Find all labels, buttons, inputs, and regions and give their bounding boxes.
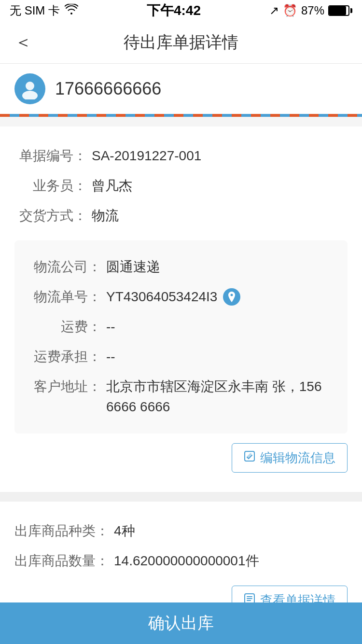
- status-bar: 无 SIM 卡 下午4:42 ↗ ⏰ 87%: [0, 0, 362, 21]
- tracking-number-label: 物流单号：: [29, 287, 106, 307]
- svg-point-2: [231, 294, 233, 296]
- freight-row: 运费： --: [29, 312, 333, 342]
- product-quantity-row: 出库商品数量： 14.620000000000001件: [14, 546, 348, 576]
- back-button[interactable]: ＜: [14, 30, 32, 54]
- battery-percent: 87%: [301, 4, 324, 17]
- document-number-value: SA-20191227-001: [92, 146, 348, 166]
- freight-bearer-value: --: [106, 347, 333, 367]
- logistics-company-value: 圆通速递: [106, 257, 333, 277]
- freight-bearer-row: 运费承担： --: [29, 342, 333, 372]
- address-row: 客户地址： 北京市市辖区海淀区永丰南 张，156 6666 6666: [29, 372, 333, 422]
- svg-point-1: [22, 91, 38, 99]
- battery-icon: [328, 5, 352, 16]
- address-value: 北京市市辖区海淀区永丰南 张，156 6666 6666: [106, 377, 333, 417]
- avatar: [14, 73, 45, 104]
- user-phone: 17666666666: [55, 79, 161, 99]
- tracking-number-row: 物流单号： YT43064053424I3: [29, 282, 333, 312]
- logistics-card: 物流公司： 圆通速递 物流单号： YT43064053424I3 运费： -- …: [14, 240, 348, 434]
- tracking-number-value: YT43064053424I3: [106, 287, 333, 307]
- edit-icon: [244, 450, 255, 465]
- user-header: 17666666666: [0, 64, 362, 114]
- freight-bearer-label: 运费承担：: [29, 347, 106, 367]
- carrier-label: 无 SIM 卡: [10, 3, 60, 18]
- logistics-company-label: 物流公司：: [29, 257, 106, 277]
- freight-value: --: [106, 317, 333, 337]
- edit-logistics-label: 编辑物流信息: [260, 449, 335, 466]
- delivery-method-row: 交货方式： 物流: [14, 201, 348, 231]
- status-right: ↗ ⏰ 87%: [269, 4, 352, 17]
- status-time: 下午4:42: [147, 1, 201, 20]
- product-quantity-value: 14.620000000000001件: [114, 551, 348, 571]
- sales-person-row: 业务员： 曾凡杰: [14, 171, 348, 201]
- delivery-method-value: 物流: [92, 206, 348, 226]
- map-location-icon[interactable]: [223, 288, 240, 306]
- freight-label: 运费：: [29, 317, 106, 337]
- sales-person-value: 曾凡杰: [92, 176, 348, 196]
- logistics-company-row: 物流公司： 圆通速递: [29, 252, 333, 282]
- nav-bar: ＜ 待出库单据详情: [0, 21, 362, 64]
- confirm-btn-area: 确认出库: [0, 602, 362, 644]
- location-status-icon: ↗: [269, 4, 279, 17]
- order-info-section: 单据编号： SA-20191227-001 业务员： 曾凡杰 交货方式： 物流 …: [0, 126, 362, 492]
- section-separator: [0, 492, 362, 502]
- product-types-value: 4种: [114, 521, 348, 541]
- dashed-divider: [0, 114, 362, 117]
- document-number-label: 单据编号：: [14, 146, 92, 166]
- sales-person-label: 业务员：: [14, 176, 92, 196]
- document-number-row: 单据编号： SA-20191227-001: [14, 141, 348, 171]
- product-quantity-label: 出库商品数量：: [14, 551, 114, 571]
- page-title: 待出库单据详情: [124, 31, 238, 54]
- confirm-outbound-button[interactable]: 确认出库: [148, 612, 214, 634]
- status-left: 无 SIM 卡: [10, 3, 78, 18]
- alarm-icon: ⏰: [283, 4, 297, 17]
- wifi-icon: [65, 4, 78, 17]
- product-types-row: 出库商品种类： 4种: [14, 516, 348, 546]
- edit-btn-container: 编辑物流信息: [14, 434, 348, 477]
- edit-logistics-button[interactable]: 编辑物流信息: [232, 443, 348, 473]
- product-types-label: 出库商品种类：: [14, 521, 114, 541]
- address-label: 客户地址：: [29, 377, 106, 397]
- delivery-method-label: 交货方式：: [14, 206, 92, 226]
- svg-point-0: [26, 82, 34, 90]
